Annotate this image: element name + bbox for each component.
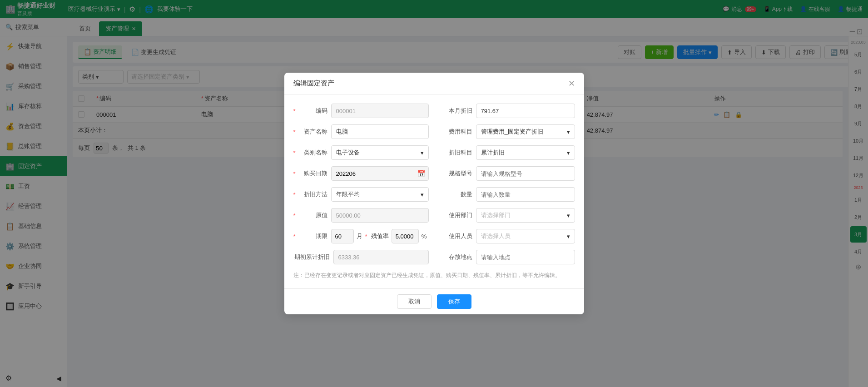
- residual-rate-unit: %: [422, 233, 427, 240]
- edit-asset-modal: 编辑固定资产 ✕ * 编码 * 资产名称: [284, 73, 584, 314]
- residual-rate-label: 残值率: [371, 232, 389, 240]
- residual-rate-input[interactable]: [392, 229, 419, 243]
- purchase-date-label: 购买日期: [300, 169, 327, 178]
- form-row-depr-account: 折旧科目 累计折旧 ▾: [440, 145, 575, 160]
- monthly-depr-input[interactable]: [476, 104, 575, 118]
- form-row-original-value: * 原值: [293, 208, 429, 223]
- calendar-icon: 📅: [417, 170, 425, 177]
- modal-close-btn[interactable]: ✕: [568, 79, 575, 88]
- purchase-date-input[interactable]: [331, 166, 429, 181]
- category-label: 类别名称: [300, 149, 327, 157]
- location-label: 存放地点: [440, 253, 472, 261]
- expense-account-select[interactable]: 管理费用_固定资产折旧 ▾: [476, 124, 575, 139]
- form-row-period: * 期限 月 * 残值率 %: [293, 229, 429, 243]
- period-label: 期限: [300, 232, 327, 240]
- original-value-input[interactable]: [331, 208, 429, 223]
- save-btn[interactable]: 保存: [437, 294, 471, 309]
- period-input[interactable]: [331, 229, 354, 243]
- form-row-department: 使用部门 请选择部门 ▾: [440, 208, 575, 223]
- form-row-category: * 类别名称 电子设备 ▾: [293, 145, 429, 160]
- modal-header: 编辑固定资产 ✕: [284, 73, 584, 94]
- user-label: 使用人员: [440, 232, 472, 240]
- user-select[interactable]: 请选择人员 ▾: [476, 229, 575, 243]
- expense-account-label: 费用科目: [440, 128, 472, 136]
- purchase-date-wrap: 📅: [331, 166, 429, 181]
- form-row-location: 存放地点: [440, 250, 575, 264]
- depr-method-select[interactable]: 年限平均 ▾: [331, 187, 429, 202]
- quantity-label: 数量: [440, 190, 472, 198]
- initial-depr-input[interactable]: [333, 250, 429, 264]
- original-value-label: 原值: [300, 211, 327, 219]
- form-row-depr-method: * 折旧方法 年限平均 ▾: [293, 187, 429, 202]
- initial-depr-label: 期初累计折旧: [293, 253, 330, 261]
- depr-account-select[interactable]: 累计折旧 ▾: [476, 145, 575, 160]
- form-row-asset-name: * 资产名称: [293, 124, 429, 139]
- form-row-spec: 规格型号: [440, 166, 575, 181]
- modal-body: * 编码 * 资产名称 * 类别名称 电子: [284, 94, 584, 288]
- form-row-monthly-depr: 本月折旧: [440, 104, 575, 118]
- monthly-depr-label: 本月折旧: [440, 107, 472, 115]
- quantity-input[interactable]: [476, 187, 575, 202]
- department-select[interactable]: 请选择部门 ▾: [476, 208, 575, 223]
- modal-note: 注：已经存在变更记录或者对应固定资产已经生成凭证，原值、购买日期、残值率、累计折…: [293, 272, 575, 279]
- period-row: 月 * 残值率 %: [331, 229, 429, 243]
- spec-label: 规格型号: [440, 169, 472, 178]
- form-row-expense-account: 费用科目 管理费用_固定资产折旧 ▾: [440, 124, 575, 139]
- form-row-user: 使用人员 请选择人员 ▾: [440, 229, 575, 243]
- period-unit: 月: [357, 232, 362, 240]
- cancel-btn[interactable]: 取消: [397, 294, 432, 309]
- location-input[interactable]: [476, 250, 575, 264]
- category-select[interactable]: 电子设备 ▾: [331, 145, 429, 160]
- modal-overlay: 编辑固定资产 ✕ * 编码 * 资产名称: [0, 0, 868, 387]
- asset-name-input[interactable]: [331, 124, 429, 139]
- form-row-initial-depr: 期初累计折旧: [293, 250, 429, 264]
- modal-title: 编辑固定资产: [293, 79, 334, 88]
- code-label: 编码: [300, 107, 327, 115]
- department-label: 使用部门: [440, 211, 472, 219]
- spec-input[interactable]: [476, 166, 575, 181]
- modal-footer: 取消 保存: [284, 288, 584, 314]
- depr-method-label: 折旧方法: [300, 190, 327, 198]
- form-row-purchase-date: * 购买日期 📅: [293, 166, 429, 181]
- form-row-code: * 编码: [293, 104, 429, 118]
- asset-name-label: 资产名称: [300, 128, 327, 136]
- form-row-quantity: 数量: [440, 187, 575, 202]
- code-input[interactable]: [331, 104, 429, 118]
- depr-account-label: 折旧科目: [440, 149, 472, 157]
